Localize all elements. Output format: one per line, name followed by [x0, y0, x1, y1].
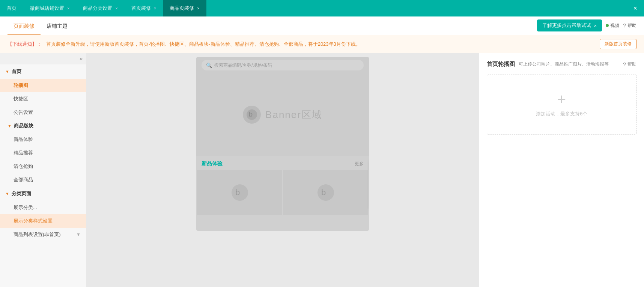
notice-text: 首页装修全新升级，请使用新版首页装修，首页-轮播图、快捷区、商品板块-新品体验、…	[46, 41, 361, 48]
sidebar-item-all-products[interactable]: 全部商品	[0, 173, 86, 187]
search-icon: 🔍	[206, 63, 212, 68]
help-question-icon: ?	[623, 61, 626, 67]
svg-text:b: b	[249, 111, 253, 118]
sidebar-item-show-category[interactable]: 展示分类...	[0, 201, 86, 214]
tab-close-home-decoration[interactable]: ×	[154, 6, 156, 10]
product-block-arrow-icon: ▼	[8, 124, 12, 128]
main-layout: « ▼ 首页 轮播图 快捷区 公告设置 ▼ 商品版块 新品体验 精品推荐 清仓抢…	[0, 53, 644, 287]
sidebar-group-home[interactable]: ▼ 首页	[0, 64, 86, 79]
right-panel-subtitle: 可上传公司照片、商品推广图片、活动海报等	[519, 61, 609, 67]
collapse-icon: «	[80, 55, 83, 62]
right-panel-help-button[interactable]: ? 帮助	[623, 61, 636, 67]
sidebar: « ▼ 首页 轮播图 快捷区 公告设置 ▼ 商品版块 新品体验 精品推荐 清仓抢…	[0, 53, 86, 287]
tab-product-decoration[interactable]: 商品页装修 ×	[163, 0, 206, 16]
tab-home[interactable]: 首页	[0, 0, 23, 16]
subtab-page-decoration[interactable]: 页面装修	[8, 16, 41, 35]
tab-shop-settings[interactable]: 微商城店铺设置 ×	[23, 0, 76, 16]
right-panel: 首页轮播图 可上传公司照片、商品推广图片、活动海报等 ? 帮助 + 添加活动，最…	[479, 53, 644, 287]
top-right-area: 了解更多点击帮助试试 × 视频 ? 帮助	[537, 19, 636, 31]
video-link[interactable]: 视频	[606, 22, 619, 29]
window-close-button[interactable]: ×	[626, 4, 644, 12]
product-placeholder-icon-1: b	[230, 183, 249, 202]
sidebar-item-shortcut[interactable]: 快捷区	[0, 92, 86, 106]
product-section-header: 新品体验 更多	[196, 156, 369, 170]
banner-logo-icon: b	[243, 106, 261, 124]
product-card-2: b	[283, 170, 368, 215]
sidebar-item-category-style[interactable]: 展示分类样式设置	[0, 214, 86, 228]
add-banner-plus-icon: +	[557, 92, 566, 107]
banner-logo: b Banner区域	[243, 106, 322, 124]
right-panel-title-bar: 首页轮播图 可上传公司照片、商品推广图片、活动海报等 ? 帮助	[487, 61, 636, 68]
tab-close-shop-settings[interactable]: ×	[67, 6, 69, 10]
tab-close-category-settings[interactable]: ×	[115, 6, 117, 10]
center-preview: 🔍 搜索商品编码/名称/规格/条码 b Banner区域	[86, 53, 479, 287]
product-grid: b b	[196, 170, 369, 216]
new-decoration-button[interactable]: 新版首页装修	[600, 39, 636, 49]
add-banner-text: 添加活动，最多支持6个	[536, 111, 587, 117]
help-label: 帮助	[627, 22, 636, 29]
phone-search-bar: 🔍 搜索商品编码/名称/规格/条码	[196, 57, 369, 73]
sidebar-group-category[interactable]: ▼ 分类页面	[0, 187, 86, 201]
notice-prefix: 【下线通知】：	[8, 41, 42, 48]
sidebar-item-new-experience[interactable]: 新品体验	[0, 133, 86, 146]
product-section-title: 新品体验	[202, 160, 223, 167]
phone-search-box: 🔍 搜索商品编码/名称/规格/条码	[202, 60, 364, 70]
sidebar-subgroup-product-block[interactable]: ▼ 商品版块	[0, 119, 86, 133]
video-dot-icon	[606, 24, 609, 27]
banner-area: b Banner区域	[196, 73, 369, 156]
tab-category-settings[interactable]: 商品分类设置 ×	[76, 0, 124, 16]
sidebar-expand-icon: ▼	[76, 232, 81, 237]
home-group-arrow-icon: ▼	[5, 69, 9, 74]
subtab-bar: 页面装修 店铺主题 了解更多点击帮助试试 × 视频 ? 帮助	[0, 16, 644, 35]
notice-bar: 【下线通知】： 首页装修全新升级，请使用新版首页装修，首页-轮播图、快捷区、商品…	[0, 35, 644, 53]
sidebar-collapse-button[interactable]: «	[0, 53, 86, 64]
product-placeholder-icon-2: b	[316, 183, 335, 202]
banner-text: Banner区域	[265, 108, 322, 121]
category-group-arrow-icon: ▼	[5, 191, 9, 196]
sidebar-item-banner[interactable]: 轮播图	[0, 79, 86, 92]
svg-text:b: b	[235, 188, 240, 197]
help-link[interactable]: ? 帮助	[623, 22, 636, 29]
help-banner-text: 了解更多点击帮助试试	[542, 22, 591, 29]
video-label: 视频	[610, 22, 619, 29]
tab-home-decoration[interactable]: 首页装修 ×	[125, 0, 163, 16]
tab-close-product-decoration[interactable]: ×	[197, 6, 199, 10]
sidebar-item-notice-settings[interactable]: 公告设置	[0, 106, 86, 119]
search-placeholder: 搜索商品编码/名称/规格/条码	[214, 62, 272, 69]
help-banner-button[interactable]: 了解更多点击帮助试试 ×	[537, 19, 602, 31]
sidebar-item-premium[interactable]: 精品推荐	[0, 146, 86, 160]
add-banner-button[interactable]: + 添加活动，最多支持6个	[487, 75, 636, 135]
sidebar-item-product-list[interactable]: 商品列表设置(非首页) ▼	[0, 228, 86, 241]
tab-bar: 首页 微商城店铺设置 × 商品分类设置 × 首页装修 × 商品页装修 × ×	[0, 0, 644, 16]
phone-preview: 🔍 搜索商品编码/名称/规格/条码 b Banner区域	[196, 57, 369, 231]
product-section: 新品体验 更多 b b	[196, 156, 369, 231]
right-panel-title: 首页轮播图	[487, 61, 515, 68]
help-banner-close[interactable]: ×	[594, 23, 597, 28]
subtab-shop-theme[interactable]: 店铺主题	[41, 16, 74, 35]
product-card-1: b	[197, 170, 282, 215]
sidebar-item-clearance[interactable]: 清仓抢购	[0, 160, 86, 173]
product-section-more[interactable]: 更多	[355, 161, 364, 167]
right-panel-help-label: 帮助	[627, 61, 636, 67]
svg-text:b: b	[321, 188, 326, 197]
